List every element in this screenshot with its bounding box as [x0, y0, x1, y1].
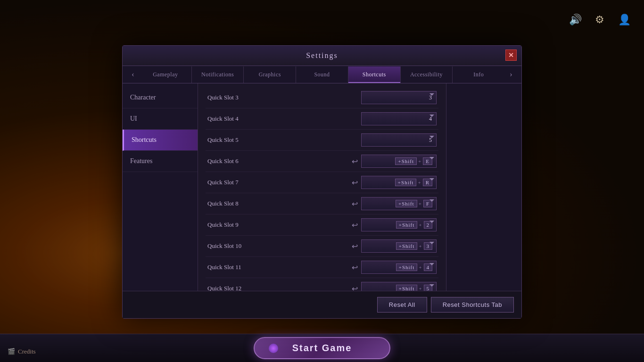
key-text-qs10: +Shift + 3 [396, 242, 432, 250]
plus-qs10: + [418, 243, 422, 249]
reset-icon-qs7[interactable]: ↩ [348, 176, 361, 189]
tabs-list: Gameplay Notifications Graphics Sound Sh… [140, 66, 504, 83]
key-binding-qs6[interactable]: +Shift + E [361, 155, 437, 168]
key-dropdown-arrow-qs12 [429, 284, 434, 287]
key-text-qs8: +Shift + F [396, 200, 432, 207]
key-dropdown-arrow-qs11 [429, 263, 434, 265]
key-binding-qs10[interactable]: +Shift + 3 [361, 239, 437, 253]
tab-next-arrow[interactable]: › [504, 66, 518, 83]
tab-graphics[interactable]: Graphics [244, 66, 296, 83]
shortcut-row-qs6: Quick Slot 6 ↩ +Shift + E [206, 151, 438, 172]
tab-gameplay[interactable]: Gameplay [140, 66, 192, 83]
tab-shortcuts[interactable]: Shortcuts [348, 66, 401, 83]
content-area[interactable]: Quick Slot 3 3 Quick Slot 4 4 [198, 83, 446, 291]
shortcut-row-qs11: Quick Slot 11 ↩ +Shift + 4 [206, 257, 438, 278]
modifier-qs10: +Shift [396, 242, 418, 250]
modifier-qs7: +Shift [395, 179, 417, 186]
modifier-qs11: +Shift [396, 263, 418, 271]
key-chip-qs10: +Shift + 3 [396, 242, 432, 250]
sidebar-item-shortcuts[interactable]: Shortcuts [123, 130, 198, 151]
key-text-qs12: +Shift + 5 [396, 285, 432, 291]
key-binding-qs12[interactable]: +Shift + 5 [361, 282, 437, 291]
key-dropdown-arrow-qs8 [429, 199, 434, 202]
key-chip-qs9: +Shift + 2 [396, 221, 432, 229]
key-dropdown-arrow-qs4 [429, 115, 434, 117]
key-dropdown-arrow-qs10 [429, 242, 434, 244]
shortcut-row-qs9: Quick Slot 9 ↩ +Shift + 2 [206, 214, 438, 236]
shortcut-row-qs3: Quick Slot 3 3 [206, 87, 438, 108]
key-dropdown-arrow-qs9 [429, 221, 434, 223]
key-chip-qs12: +Shift + 5 [396, 285, 432, 291]
shortcut-label-qs9: Quick Slot 9 [207, 221, 348, 229]
reset-tab-button[interactable]: Reset Shortcuts Tab [431, 297, 514, 313]
modifier-qs9: +Shift [396, 221, 418, 229]
shortcut-label-qs3: Quick Slot 3 [207, 94, 361, 101]
modal-title-bar: Settings ✕ [123, 46, 521, 66]
shortcut-row-qs8: Quick Slot 8 ↩ +Shift + F [206, 193, 438, 214]
key-text-qs6: +Shift + E [395, 157, 432, 165]
plus-qs6: + [418, 158, 422, 164]
key-binding-qs9[interactable]: +Shift + 2 [361, 218, 437, 231]
reset-icon-qs11[interactable]: ↩ [348, 261, 361, 274]
key-binding-qs4[interactable]: 4 [361, 112, 437, 125]
plus-qs11: + [418, 264, 422, 270]
modal-title: Settings [306, 51, 338, 59]
shortcut-label-qs5: Quick Slot 5 [207, 136, 361, 144]
close-button[interactable]: ✕ [505, 49, 517, 61]
tab-accessibility[interactable]: Accessibility [401, 66, 453, 83]
modal-body: Character UI Shortcuts Features Quick Sl… [123, 83, 521, 291]
shortcut-row-qs4: Quick Slot 4 4 [206, 108, 438, 130]
sidebar: Character UI Shortcuts Features [123, 83, 198, 291]
key-binding-qs11[interactable]: +Shift + 4 [361, 261, 437, 274]
key-binding-qs8[interactable]: +Shift + F [361, 197, 437, 210]
key-text-qs11: +Shift + 4 [396, 263, 432, 271]
shortcut-row-qs10: Quick Slot 10 ↩ +Shift + 3 [206, 236, 438, 257]
key-chip-qs7: +Shift + R [395, 179, 432, 186]
sidebar-item-character[interactable]: Character [123, 87, 198, 108]
shortcut-label-qs7: Quick Slot 7 [207, 179, 348, 186]
reset-icon-qs6[interactable]: ↩ [348, 155, 361, 168]
tab-sound[interactable]: Sound [296, 66, 348, 83]
shortcut-label-qs4: Quick Slot 4 [207, 115, 361, 123]
shortcut-label-qs8: Quick Slot 8 [207, 200, 348, 207]
shortcut-row-qs5: Quick Slot 5 5 [206, 130, 438, 151]
key-chip-qs11: +Shift + 4 [396, 263, 432, 271]
key-dropdown-arrow-qs5 [429, 136, 434, 138]
reset-all-button[interactable]: Reset All [377, 297, 427, 313]
plus-qs12: + [418, 286, 422, 291]
sidebar-item-features[interactable]: Features [123, 151, 198, 172]
key-dropdown-arrow-qs6 [429, 157, 434, 159]
shortcut-row-qs7: Quick Slot 7 ↩ +Shift + R [206, 172, 438, 193]
key-chip-qs6: +Shift + E [395, 157, 432, 165]
plus-qs9: + [418, 222, 422, 228]
modifier-qs12: +Shift [396, 285, 418, 291]
sidebar-item-ui[interactable]: UI [123, 108, 198, 130]
reset-icon-qs9[interactable]: ↩ [348, 218, 361, 231]
shortcut-label-qs11: Quick Slot 11 [207, 263, 348, 271]
reset-icon-qs8[interactable]: ↩ [348, 197, 361, 210]
modifier-qs6: +Shift [395, 157, 417, 165]
shortcut-label-qs6: Quick Slot 6 [207, 157, 348, 165]
key-binding-qs7[interactable]: +Shift + R [361, 176, 437, 189]
modal-overlay: Settings ✕ ‹ Gameplay Notifications Grap… [0, 0, 644, 362]
key-chip-qs8: +Shift + F [396, 200, 432, 207]
plus-qs7: + [417, 180, 421, 185]
tab-info[interactable]: Info [453, 66, 504, 83]
settings-modal: Settings ✕ ‹ Gameplay Notifications Grap… [122, 45, 522, 319]
key-text-qs9: +Shift + 2 [396, 221, 432, 229]
tab-notifications[interactable]: Notifications [192, 66, 244, 83]
shortcut-label-qs12: Quick Slot 12 [207, 285, 348, 291]
key-text-qs7: +Shift + R [395, 179, 432, 186]
key-binding-qs3[interactable]: 3 [361, 91, 437, 104]
key-dropdown-arrow-qs7 [429, 178, 434, 181]
modifier-qs8: +Shift [396, 200, 417, 207]
reset-icon-qs10[interactable]: ↩ [348, 239, 361, 253]
shortcut-row-qs12: Quick Slot 12 ↩ +Shift + 5 [206, 278, 438, 291]
key-binding-qs5[interactable]: 5 [361, 133, 437, 147]
plus-qs8: + [418, 201, 422, 206]
shortcut-label-qs10: Quick Slot 10 [207, 242, 348, 250]
tab-prev-arrow[interactable]: ‹ [126, 66, 140, 83]
modal-footer: Reset All Reset Shortcuts Tab [123, 291, 521, 318]
info-panel [446, 83, 521, 291]
reset-icon-qs12[interactable]: ↩ [348, 282, 361, 291]
